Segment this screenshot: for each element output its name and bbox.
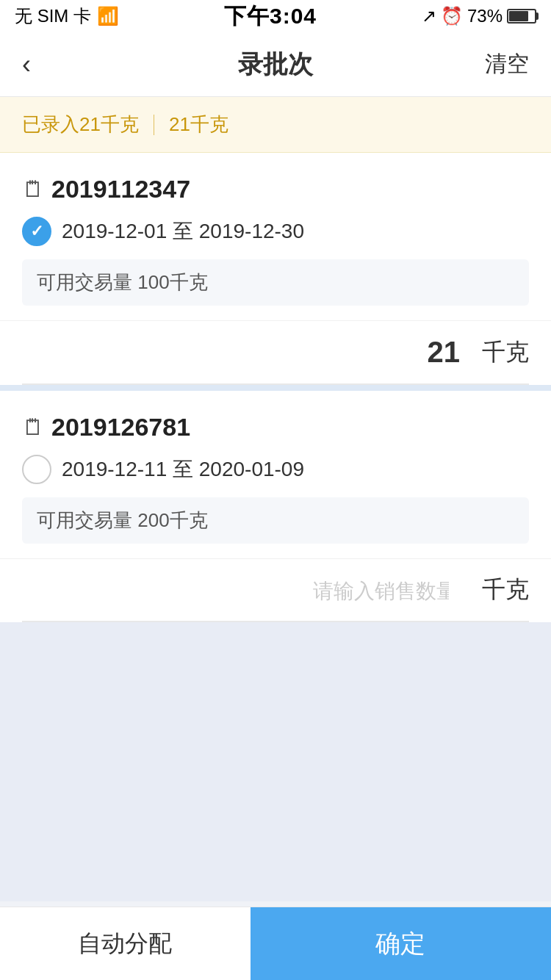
info-divider <box>154 115 154 135</box>
batch-2-quantity-input[interactable] <box>313 577 460 604</box>
status-bar: 无 SIM 卡 📶 下午3:04 ↗ ⏰ 73% <box>0 0 551 32</box>
empty-area <box>0 622 551 901</box>
batch-item-1: 🗒 2019112347 2019-12-01 至 2019-12-30 可用交… <box>0 153 551 385</box>
total-amount: 21千克 <box>169 112 228 137</box>
batch-item-2: 🗒 2019126781 2019-12-11 至 2020-01-09 可用交… <box>0 391 551 622</box>
batch-2-avail: 可用交易量 200千克 <box>22 497 529 544</box>
bottom-bar: 自动分配 确定 <box>0 907 551 980</box>
batch-2-icon: 🗒 <box>22 415 44 440</box>
batch-1-icon: 🗒 <box>22 177 44 202</box>
status-right: ↗ ⏰ 73% <box>422 6 536 26</box>
section-separator <box>0 385 551 391</box>
batch-2-date-row[interactable]: 2019-12-11 至 2020-01-09 <box>0 449 551 490</box>
auto-distribute-button[interactable]: 自动分配 <box>0 907 251 980</box>
clear-button[interactable]: 清空 <box>485 49 529 79</box>
info-banner: 已录入21千克 21千克 <box>0 97 551 153</box>
batch-2-radio[interactable] <box>22 455 51 484</box>
status-time: 下午3:04 <box>224 1 317 32</box>
batch-2-id: 2019126781 <box>51 413 190 442</box>
batch-1-date-row[interactable]: 2019-12-01 至 2019-12-30 <box>0 211 551 252</box>
page-title: 录批次 <box>238 48 313 82</box>
location-icon: ↗ <box>422 6 436 26</box>
wifi-icon: 📶 <box>97 6 119 26</box>
page-content: 已录入21千克 21千克 🗒 2019112347 2019-12-01 至 2… <box>0 97 551 975</box>
batch-1-quantity-value: 21 <box>428 336 461 369</box>
back-button[interactable]: ‹ <box>22 49 66 80</box>
batch-2-quantity-row: 千克 <box>0 558 551 621</box>
batch-1-id: 2019112347 <box>51 175 190 203</box>
battery-percent: 73% <box>467 6 503 26</box>
battery-icon <box>507 9 536 24</box>
batch-2-quantity-unit: 千克 <box>482 574 529 606</box>
recorded-amount: 已录入21千克 <box>22 112 139 137</box>
status-left: 无 SIM 卡 📶 <box>15 4 119 28</box>
batch-1-quantity-row: 21 千克 <box>0 320 551 383</box>
batch-1-header: 🗒 2019112347 <box>0 153 551 211</box>
batch-1-avail: 可用交易量 100千克 <box>22 259 529 306</box>
confirm-button[interactable]: 确定 <box>251 907 551 980</box>
batch-2-header: 🗒 2019126781 <box>0 391 551 449</box>
batch-2-date: 2019-12-11 至 2020-01-09 <box>62 455 304 483</box>
batch-1-quantity-unit: 千克 <box>482 336 529 369</box>
nav-bar: ‹ 录批次 清空 <box>0 32 551 97</box>
batch-1-date: 2019-12-01 至 2019-12-30 <box>62 217 304 245</box>
batch-1-radio[interactable] <box>22 217 51 246</box>
sim-label: 无 SIM 卡 <box>15 4 91 28</box>
alarm-icon: ⏰ <box>441 6 463 26</box>
